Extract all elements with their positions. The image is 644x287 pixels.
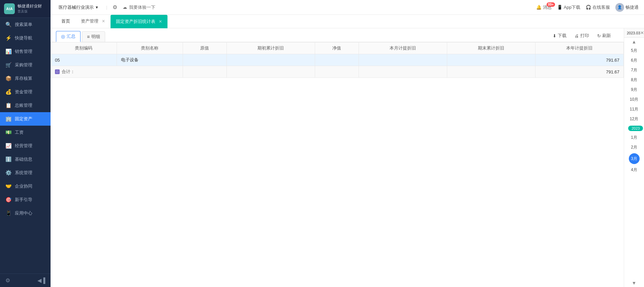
date-month-item[interactable]: 2月: [629, 143, 639, 152]
cell-closing-accum: [447, 54, 535, 66]
app-name: 畅捷通好业财: [18, 4, 42, 9]
content-panel: ◎ 汇总 ≡ 明细 ⬇ 下载 🖨 打印: [51, 28, 624, 287]
app-center-icon: 📱: [5, 210, 11, 216]
sidebar-item-inventory[interactable]: 📦 库存核算: [0, 72, 51, 85]
sidebar-item-app-center[interactable]: 📱 应用中心: [0, 206, 51, 220]
sidebar-footer: ⚙ ◀▐: [0, 274, 51, 287]
operations-icon: 📈: [5, 143, 11, 149]
tab-depreciation-label: 固定资产折旧统计表: [116, 19, 155, 25]
date-next-btn[interactable]: ▼: [624, 279, 644, 287]
sidebar-item-system[interactable]: ⚙️ 系统管理: [0, 166, 51, 180]
app-download-btn[interactable]: 📱 App下载: [557, 4, 580, 10]
experience-btn[interactable]: ☁ 我要体验一下: [123, 4, 155, 10]
sidebar-item-ledger[interactable]: 📋 总账管理: [0, 99, 51, 112]
download-icon: ⬇: [553, 33, 556, 38]
sidebar-item-operations[interactable]: 📈 经营管理: [0, 139, 51, 153]
payroll-icon: 💵: [5, 129, 11, 135]
col-net: 净值: [315, 42, 359, 54]
col-name: 类别名称: [117, 42, 183, 54]
date-month-item[interactable]: 12月: [628, 115, 640, 124]
sidebar-item-label: 系统管理: [15, 170, 32, 176]
sidebar-item-purchase[interactable]: 🛒 采购管理: [0, 58, 51, 72]
total-label-text: 合计：: [62, 69, 75, 75]
sidebar-item-quick-nav[interactable]: ⚡ 快捷导航: [0, 31, 51, 45]
experience-label: 我要体验一下: [129, 4, 155, 10]
dropdown-icon: ▾: [96, 5, 98, 10]
download-label: 下载: [558, 33, 566, 39]
date-month-item[interactable]: 4月: [629, 165, 639, 174]
tab-asset-mgmt[interactable]: 资产管理 ✕: [75, 15, 111, 28]
sub-tab-detail[interactable]: ≡ 明细: [82, 31, 105, 42]
sidebar-item-label: 快捷导航: [15, 35, 32, 41]
cell-code: 05: [51, 54, 117, 66]
sidebar-item-label: 销售管理: [15, 49, 32, 55]
toolbar: ⬇ 下载 🖨 打印 ↻ 刷新: [545, 32, 618, 41]
cooperation-icon: 🤝: [5, 183, 11, 189]
notification-btn[interactable]: 🔔 消息 99+: [536, 4, 552, 10]
cloud-icon: ☁: [123, 5, 127, 10]
date-month-item[interactable]: 6月: [629, 56, 639, 65]
cell-annual-depr: 791.67: [535, 54, 623, 66]
logo-icon: AtA: [4, 3, 15, 14]
tab-home[interactable]: 首页: [56, 15, 75, 28]
top-header: 医疗器械行业演示 ▾ | ⚙ ☁ 我要体验一下 🔔 消息 99+ 📱 App下载…: [51, 0, 644, 15]
total-original: [183, 66, 226, 78]
print-label: 打印: [580, 33, 589, 39]
print-icon: 🖨: [575, 33, 579, 38]
gear-icon[interactable]: ⚙: [113, 4, 117, 10]
cell-original: [183, 54, 226, 66]
header-right: 🔔 消息 99+ 📱 App下载 🎧 在线客服 👤 畅捷通: [536, 3, 639, 12]
col-opening-accum: 期初累计折旧: [226, 42, 315, 54]
sidebar-item-label: 新手引导: [15, 197, 32, 203]
date-month-item[interactable]: 8月: [629, 75, 639, 85]
sub-tab-summary[interactable]: ◎ 汇总: [56, 31, 81, 42]
bell-icon: 🔔: [536, 5, 542, 10]
mobile-icon: 📱: [557, 5, 562, 10]
sidebar-item-finance[interactable]: 💰 资金管理: [0, 85, 51, 99]
sidebar-item-payroll[interactable]: 💵 工资: [0, 126, 51, 139]
content-area: ◎ 汇总 ≡ 明细 ⬇ 下载 🖨 打印: [51, 28, 644, 287]
app-logo: AtA 畅捷通好业财 普及版: [0, 0, 51, 18]
sidebar-item-label: 总账管理: [15, 102, 32, 108]
cell-opening-accum: [226, 54, 315, 66]
print-btn[interactable]: 🖨 打印: [573, 32, 591, 40]
date-panel-title: 2023.03: [627, 31, 640, 35]
user-menu[interactable]: 👤 畅捷通: [615, 3, 639, 12]
sidebar-nav: 🔍 搜索菜单 ⚡ 快捷导航 📊 销售管理 🛒 采购管理 📦 库存核算 💰 资金管…: [0, 18, 51, 274]
company-selector[interactable]: 医疗器械行业演示 ▾: [56, 3, 101, 12]
detail-tab-icon: ≡: [87, 34, 90, 39]
sidebar-item-cooperation[interactable]: 🤝 企业协同: [0, 180, 51, 193]
fixed-assets-icon: 🏢: [5, 116, 11, 122]
total-annual-depr: 791.67: [535, 66, 623, 78]
date-prev-btn[interactable]: ▲: [624, 38, 644, 46]
customer-service-btn[interactable]: 🎧 在线客服: [586, 4, 610, 10]
sub-tabs: ◎ 汇总 ≡ 明细 ⬇ 下载 🖨 打印: [51, 28, 624, 42]
total-opening-accum: [226, 66, 315, 78]
guide-icon: 🎯: [5, 197, 11, 203]
sidebar-item-label: 库存核算: [15, 75, 32, 82]
date-panel-close-btn[interactable]: ✕: [640, 30, 644, 35]
tab-close-icon[interactable]: ✕: [102, 19, 105, 24]
sidebar-item-guide[interactable]: 🎯 新手引导: [0, 193, 51, 206]
tab-depreciation[interactable]: 固定资产折旧统计表 ✕: [111, 15, 167, 28]
date-month-item[interactable]: 5月: [629, 46, 639, 55]
date-month-item[interactable]: 10月: [628, 95, 640, 104]
date-month-item[interactable]: 11月: [628, 105, 640, 114]
date-month-active[interactable]: 3月: [629, 153, 640, 164]
date-month-item[interactable]: 7月: [629, 66, 639, 75]
settings-footer-icon[interactable]: ⚙: [5, 277, 10, 284]
sidebar-item-basic-info[interactable]: ℹ️ 基础信息: [0, 153, 51, 166]
refresh-label: 刷新: [602, 33, 611, 39]
notification-badge: 99+: [547, 2, 555, 7]
date-month-item[interactable]: 9月: [629, 85, 639, 94]
tab-close-active-icon[interactable]: ✕: [159, 19, 162, 24]
download-btn[interactable]: ⬇ 下载: [551, 32, 569, 40]
col-code: 类别编码: [51, 42, 117, 54]
sidebar-item-search[interactable]: 🔍 搜索菜单: [0, 18, 51, 31]
sidebar-item-fixed-assets[interactable]: 🏢 固定资产: [0, 112, 51, 126]
cell-monthly-depr: [359, 54, 447, 66]
sidebar-item-sales[interactable]: 📊 销售管理: [0, 45, 51, 58]
refresh-btn[interactable]: ↻ 刷新: [595, 32, 613, 40]
collapse-icon[interactable]: ◀▐: [37, 277, 45, 284]
date-month-item[interactable]: 1月: [629, 133, 639, 142]
